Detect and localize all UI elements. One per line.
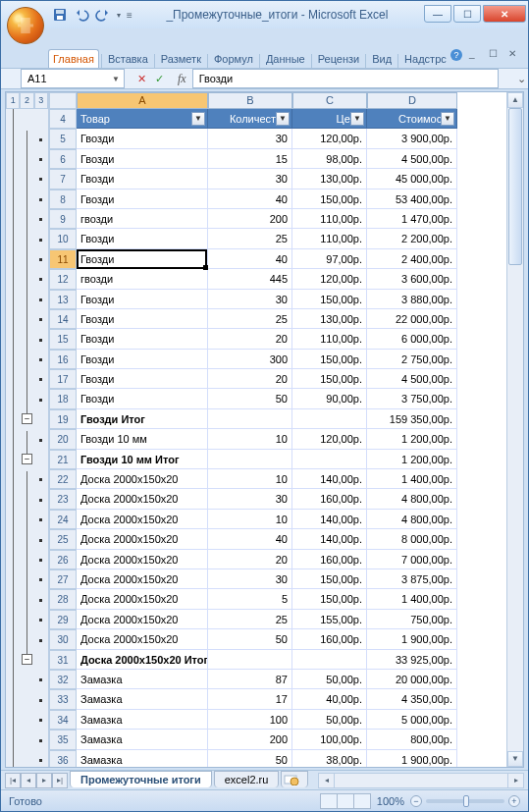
cell[interactable]: 30	[208, 290, 292, 309]
cell[interactable]: 10	[208, 510, 292, 529]
cell[interactable]: 22 000,00р.	[367, 309, 457, 329]
cell[interactable]: 4 800,00р.	[367, 489, 457, 509]
row-header[interactable]: 15	[49, 329, 77, 349]
cell[interactable]: 20	[208, 329, 292, 349]
cell[interactable]: 5 000,00р.	[367, 710, 457, 730]
cell[interactable]: 150,00р.	[292, 189, 367, 209]
row-header[interactable]: 11	[49, 249, 77, 269]
row-header[interactable]: 20	[49, 429, 77, 449]
cell[interactable]: 2 750,00р.	[367, 350, 457, 369]
cell[interactable]: 150,00р.	[292, 290, 367, 309]
cell[interactable]: Замазка	[77, 730, 208, 749]
cell[interactable]: 3 600,00р.	[367, 269, 457, 289]
ribbon-tab-data[interactable]: Данные	[262, 50, 309, 68]
cell[interactable]: Доска 2000х150х20 Итог	[77, 650, 208, 670]
ribbon-minimize-icon[interactable]: _	[469, 48, 483, 62]
formula-bar[interactable]: Гвозди	[192, 69, 499, 88]
cell[interactable]: Гвозди	[77, 249, 208, 269]
cell[interactable]: Гвозди	[77, 129, 208, 148]
cell[interactable]: 40,00р.	[292, 689, 367, 709]
cell[interactable]: 50,00р.	[292, 710, 367, 730]
cell[interactable]: 1 200,00р.	[367, 450, 457, 469]
cell[interactable]: 3 900,00р.	[367, 129, 457, 148]
outline-level-3[interactable]: 3	[34, 92, 48, 109]
cell[interactable]: 10	[208, 429, 292, 449]
cell[interactable]: 20	[208, 369, 292, 389]
cell[interactable]: Гвозди	[77, 189, 208, 209]
cell[interactable]: 750,00р.	[367, 610, 457, 629]
row-header[interactable]: 23	[49, 489, 77, 509]
row-header[interactable]: 33	[49, 689, 77, 709]
cell[interactable]: 2 400,00р.	[367, 249, 457, 269]
row-header[interactable]: 18	[49, 389, 77, 408]
header-cell[interactable]: Товар▼	[77, 109, 208, 129]
row-header[interactable]: 8	[49, 189, 77, 209]
cell[interactable]: 4 500,00р.	[367, 149, 457, 169]
cell[interactable]	[292, 409, 367, 429]
cell[interactable]: Замазка	[77, 689, 208, 709]
fx-icon[interactable]: fx	[172, 72, 192, 86]
row-header[interactable]: 32	[49, 670, 77, 689]
row-header[interactable]: 29	[49, 610, 77, 629]
name-box-dropdown-icon[interactable]: ▼	[112, 75, 124, 83]
zoom-out-button[interactable]: −	[410, 795, 422, 807]
cell[interactable]: Доска 2000х150х20	[77, 569, 208, 589]
ribbon-tab-insert[interactable]: Вставка	[104, 50, 152, 68]
row-header[interactable]: 36	[49, 750, 77, 768]
row-header[interactable]: 22	[49, 469, 77, 489]
sheet-nav-first-icon[interactable]: |◂	[5, 773, 21, 788]
cell[interactable]	[208, 409, 292, 429]
cell[interactable]: 159 350,00р.	[367, 409, 457, 429]
view-layout-icon[interactable]	[337, 793, 354, 809]
cell[interactable]: 25	[208, 229, 292, 248]
cell[interactable]: 4 800,00р.	[367, 510, 457, 529]
cell[interactable]: 33 925,00р.	[367, 650, 457, 670]
scroll-down-icon[interactable]: ▼	[507, 751, 523, 767]
cell[interactable]: 1 470,00р.	[367, 209, 457, 229]
row-header[interactable]: 12	[49, 269, 77, 289]
sheet-nav-next-icon[interactable]: ▸	[36, 773, 52, 788]
cell[interactable]: 30	[208, 169, 292, 189]
cell[interactable]: 110,00р.	[292, 229, 367, 248]
cell[interactable]: 140,00р.	[292, 510, 367, 529]
hscroll-right-icon[interactable]: ▸	[507, 774, 523, 787]
cell[interactable]: 50	[208, 750, 292, 768]
ribbon-tab-home[interactable]: Главная	[48, 49, 99, 68]
hscroll-left-icon[interactable]: ◂	[319, 774, 335, 787]
cell[interactable]: 200	[208, 730, 292, 749]
view-normal-icon[interactable]	[320, 793, 338, 809]
sheet-nav-last-icon[interactable]: ▸|	[52, 773, 68, 788]
cell[interactable]: 90,00р.	[292, 389, 367, 408]
cell[interactable]: 7 000,00р.	[367, 550, 457, 569]
cell[interactable]: Гвозди	[77, 389, 208, 408]
row-header[interactable]: 30	[49, 629, 77, 649]
cell[interactable]: Доска 2000х150х20	[77, 589, 208, 609]
row-header[interactable]: 27	[49, 569, 77, 589]
cell[interactable]: гвозди	[77, 209, 208, 229]
cell[interactable]: 38,00р.	[292, 750, 367, 768]
minimize-button[interactable]: —	[424, 5, 451, 23]
cell[interactable]: 50	[208, 629, 292, 649]
outline-collapse-button[interactable]: −	[22, 454, 32, 464]
row-header[interactable]: 19	[49, 409, 77, 429]
cell[interactable]: Гвозди 10 мм	[77, 429, 208, 449]
filter-dropdown-icon[interactable]: ▼	[441, 112, 454, 126]
cell[interactable]: Гвозди	[77, 229, 208, 248]
cell[interactable]: 87	[208, 670, 292, 689]
cell[interactable]: 120,00р.	[292, 269, 367, 289]
cell[interactable]	[292, 450, 367, 469]
select-all-button[interactable]	[49, 92, 77, 109]
row-header[interactable]: 6	[49, 149, 77, 169]
col-header-b[interactable]: B	[208, 92, 292, 109]
row-header[interactable]: 9	[49, 209, 77, 229]
cell[interactable]: Доска 2000х150х20	[77, 529, 208, 549]
cell[interactable]: 45 000,00р.	[367, 169, 457, 189]
cell[interactable]	[208, 450, 292, 469]
cell[interactable]: 130,00р.	[292, 169, 367, 189]
cell[interactable]: Гвозди	[77, 290, 208, 309]
cell[interactable]: 1 400,00р.	[367, 589, 457, 609]
cell[interactable]: 150,00р.	[292, 350, 367, 369]
ribbon-tab-layout[interactable]: Разметк	[157, 50, 205, 68]
cell[interactable]: 1 900,00р.	[367, 750, 457, 768]
cell[interactable]: 50,00р.	[292, 670, 367, 689]
